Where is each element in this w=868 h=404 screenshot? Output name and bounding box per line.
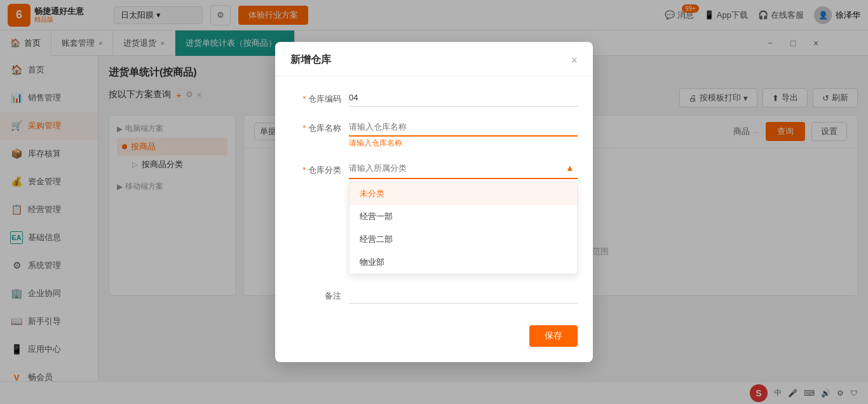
dropdown-item-dept1[interactable]: 经营一部 bbox=[349, 205, 577, 228]
warehouse-name-input[interactable] bbox=[349, 118, 578, 137]
save-button[interactable]: 保存 bbox=[529, 325, 578, 347]
dialog-title: 新增仓库 bbox=[290, 53, 331, 67]
category-dropdown: 未分类 经营一部 经营二部 物业部 bbox=[349, 182, 578, 274]
dropdown-item-dept2[interactable]: 经营二部 bbox=[349, 228, 577, 251]
dialog-body: 仓库编码 仓库名称 请输入仓库名称 仓库分类 ▲ bbox=[275, 76, 593, 304]
form-row-category: 仓库分类 ▲ 未分类 经营一部 bbox=[290, 160, 578, 274]
dropdown-item-property[interactable]: 物业部 bbox=[349, 251, 577, 274]
category-input[interactable] bbox=[349, 163, 560, 173]
warehouse-note-input[interactable] bbox=[349, 286, 578, 304]
dropdown-label-uncategorized: 未分类 bbox=[360, 189, 384, 198]
warehouse-code-input[interactable] bbox=[349, 89, 578, 107]
dropdown-label-property: 物业部 bbox=[360, 257, 384, 267]
dropdown-item-uncategorized[interactable]: 未分类 bbox=[349, 182, 577, 205]
form-row-note: 备注 bbox=[290, 286, 578, 304]
dialog-footer: 保存 bbox=[275, 315, 593, 347]
dialog-close-button[interactable]: × bbox=[571, 55, 578, 66]
dialog-header: 新增仓库 × bbox=[275, 42, 593, 76]
add-warehouse-dialog: 新增仓库 × 仓库编码 仓库名称 请输入仓库名称 仓库分类 bbox=[275, 42, 593, 362]
code-label: 仓库编码 bbox=[290, 89, 341, 105]
form-row-name: 仓库名称 请输入仓库名称 bbox=[290, 118, 578, 149]
dropdown-label-dept1: 经营一部 bbox=[360, 212, 393, 221]
dialog-overlay: 新增仓库 × 仓库编码 仓库名称 请输入仓库名称 仓库分类 bbox=[0, 0, 868, 404]
category-label: 仓库分类 bbox=[290, 160, 341, 176]
name-error-msg: 请输入仓库名称 bbox=[349, 138, 578, 149]
name-input-wrap: 请输入仓库名称 bbox=[349, 118, 578, 149]
category-input-wrap: ▲ 未分类 经营一部 经营二部 物业部 bbox=[349, 160, 578, 274]
note-label: 备注 bbox=[290, 286, 341, 302]
dropdown-label-dept2: 经营二部 bbox=[360, 234, 393, 244]
category-toggle-btn[interactable]: ▲ bbox=[562, 160, 578, 175]
form-row-code: 仓库编码 bbox=[290, 89, 578, 107]
name-label: 仓库名称 bbox=[290, 118, 341, 134]
category-input-row: ▲ bbox=[349, 160, 578, 179]
